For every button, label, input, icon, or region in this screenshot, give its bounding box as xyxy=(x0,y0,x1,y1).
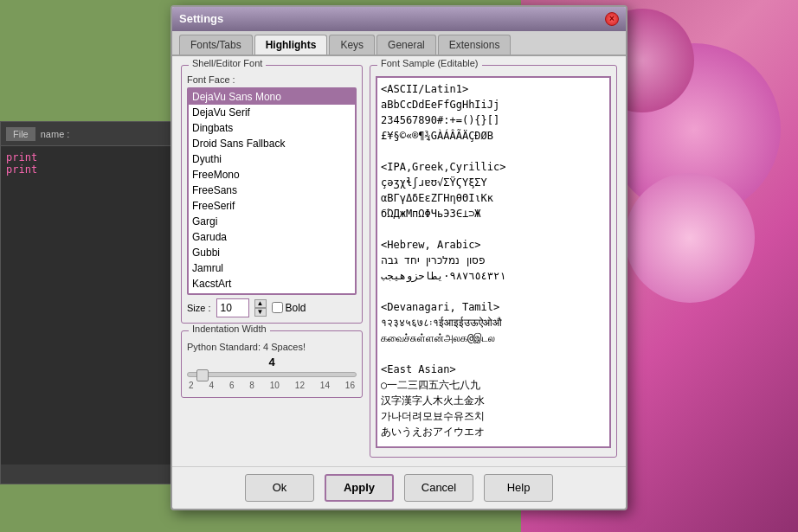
cancel-button[interactable]: Cancel xyxy=(404,474,473,502)
settings-dialog: Settings × Fonts/Tabs Highlights Keys Ge… xyxy=(171,5,627,510)
slider-marks: 2 4 6 8 10 12 14 16 xyxy=(187,381,357,390)
left-panel: Shell/Editor Font Font Face : DejaVu San… xyxy=(181,65,363,458)
shell-editor-font-label: Shell/Editor Font xyxy=(189,58,266,68)
indentation-slider-track[interactable] xyxy=(187,372,357,377)
font-list-item[interactable]: FreeSans xyxy=(189,183,355,198)
font-face-label: Font Face : xyxy=(187,74,357,85)
right-panel: Font Sample (Editable) xyxy=(370,65,617,458)
indentation-standard: Python Standard: 4 Spaces! xyxy=(187,342,357,352)
dialog-body: Shell/Editor Font Font Face : DejaVu San… xyxy=(172,56,626,466)
dialog-title: Settings xyxy=(179,12,223,25)
indentation-value: 4 xyxy=(187,356,357,369)
font-list-item[interactable]: Gargi xyxy=(189,214,355,229)
ok-button[interactable]: Ok xyxy=(245,474,314,502)
indentation-group-label: Indentation Width xyxy=(189,324,270,334)
tab-general[interactable]: General xyxy=(376,35,436,54)
close-button[interactable]: × xyxy=(605,12,619,26)
bg-file-menu[interactable]: File xyxy=(6,127,35,141)
font-list-item[interactable]: FreeMono xyxy=(189,167,355,183)
help-button[interactable]: Help xyxy=(484,474,553,502)
dialog-footer: Ok Apply Cancel Help xyxy=(172,466,626,509)
bold-label[interactable]: Bold xyxy=(272,302,306,314)
font-list-item[interactable]: Dyuthi xyxy=(189,151,355,167)
font-list-item[interactable]: Droid Sans Fallback xyxy=(189,136,355,151)
tab-extensions[interactable]: Extensions xyxy=(438,35,512,54)
font-sample-textarea[interactable] xyxy=(376,76,611,448)
tab-keys[interactable]: Keys xyxy=(329,35,375,54)
font-list-container: DejaVu Sans MonoDejaVu SerifDingbatsDroi… xyxy=(187,87,357,295)
font-list-item[interactable]: Dingbats xyxy=(189,120,355,136)
tabs-bar: Fonts/Tabs Highlights Keys General Exten… xyxy=(172,31,626,56)
dialog-titlebar: Settings × xyxy=(172,7,626,31)
font-list-item[interactable]: FreeSerif xyxy=(189,198,355,214)
font-list[interactable]: DejaVu Sans MonoDejaVu SerifDingbatsDroi… xyxy=(187,87,357,295)
size-spinner: ▲ ▼ xyxy=(254,299,267,317)
size-row: Size : ▲ ▼ Bold xyxy=(187,298,357,317)
font-list-item[interactable]: Jamrul xyxy=(189,260,355,276)
size-label: Size : xyxy=(187,303,211,313)
font-list-item[interactable]: DejaVu Sans Mono xyxy=(189,89,355,105)
bg-filename: name : xyxy=(41,129,70,139)
indentation-slider-thumb[interactable] xyxy=(196,369,209,381)
shell-editor-font-group: Shell/Editor Font Font Face : DejaVu San… xyxy=(181,65,363,324)
font-sample-label: Font Sample (Editable) xyxy=(377,58,482,68)
indentation-group: Indentation Width Python Standard: 4 Spa… xyxy=(181,330,363,398)
font-list-item[interactable]: KacstBook xyxy=(189,292,355,295)
apply-button[interactable]: Apply xyxy=(325,474,394,502)
font-sample-group: Font Sample (Editable) xyxy=(370,65,617,458)
bold-checkbox[interactable] xyxy=(272,302,283,313)
size-input[interactable] xyxy=(216,298,249,317)
font-list-item[interactable]: DejaVu Serif xyxy=(189,105,355,120)
tab-highlights[interactable]: Highlights xyxy=(254,35,328,54)
spin-up[interactable]: ▲ xyxy=(254,299,267,308)
spin-down[interactable]: ▼ xyxy=(254,308,267,317)
tab-fonts-tabs[interactable]: Fonts/Tabs xyxy=(179,35,253,54)
font-list-item[interactable]: Gubbi xyxy=(189,245,355,260)
font-list-item[interactable]: KacstArt xyxy=(189,276,355,292)
font-list-item[interactable]: Garuda xyxy=(189,229,355,245)
